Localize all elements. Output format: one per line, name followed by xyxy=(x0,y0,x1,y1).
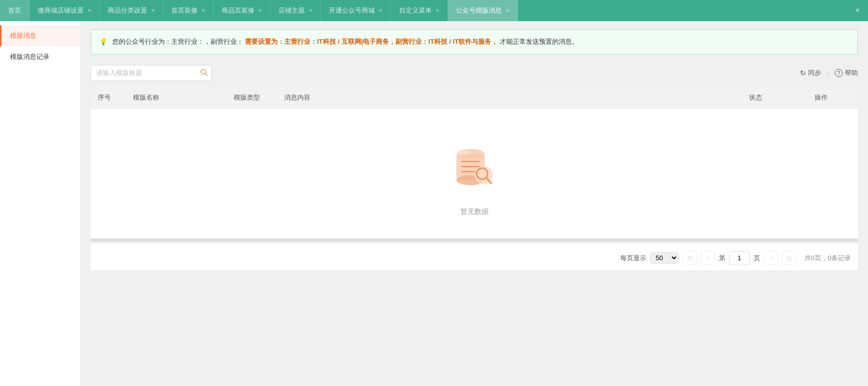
empty-illustration xyxy=(444,139,505,199)
notice-icon: 💡 xyxy=(99,38,107,45)
notice-box: 💡 您的公众号行业为：主营行业：，副营行业： 需要设置为：主营行业：IT科技 /… xyxy=(91,29,858,55)
tab-category-settings-label: 商品分类设置 xyxy=(108,6,147,15)
table-wrapper: 序号 模版名称 模版类型 消息内容 状态 操作 xyxy=(91,87,858,270)
search-bar: ↻ 同步 | ? 帮助 xyxy=(91,65,858,81)
empty-text: 暂无数据 xyxy=(91,207,858,216)
sync-icon: ↻ xyxy=(800,69,806,77)
sync-label: 同步 xyxy=(808,68,821,78)
tab-shop-settings-label: 微商城店铺设置 xyxy=(38,6,84,15)
empty-state: 暂无数据 xyxy=(91,109,858,237)
toolbar-divider: | xyxy=(827,69,829,76)
tab-open-mall[interactable]: 开通公众号商城 × xyxy=(321,0,391,21)
svg-line-1 xyxy=(205,73,207,75)
sidebar-item-template-msg-records[interactable]: 模版消息记录 xyxy=(0,46,80,67)
col-header-action: 操作 xyxy=(808,87,858,109)
page-label: 第 xyxy=(719,254,725,263)
tab-custom-menu[interactable]: 自定义菜单 × xyxy=(391,0,448,21)
tab-product-decor[interactable]: 商品页装修 × xyxy=(214,0,271,21)
total-info: 共0页，0条记录 xyxy=(805,254,851,263)
tab-bar-close-all[interactable]: × xyxy=(847,6,868,15)
sidebar-item-template-msg[interactable]: 模版消息 xyxy=(0,25,80,46)
tab-home-decor[interactable]: 首页装修 × xyxy=(163,0,214,21)
search-input[interactable] xyxy=(91,65,212,81)
sync-button[interactable]: ↻ 同步 xyxy=(800,68,821,78)
sidebar: 模版消息 模版消息记录 xyxy=(0,21,81,386)
tab-shop-theme[interactable]: 店铺主题 × xyxy=(271,0,321,21)
notice-prefix: 您的公众号行业为：主营行业：，副营行业： xyxy=(112,38,243,45)
tab-home-decor-label: 首页装修 xyxy=(171,6,197,15)
tab-shop-settings[interactable]: 微商城店铺设置 × xyxy=(30,0,100,21)
tab-open-mall-label: 开通公众号商城 xyxy=(329,6,375,15)
col-header-name: 模版名称 xyxy=(126,87,227,109)
help-label: 帮助 xyxy=(845,68,858,78)
col-header-type: 模版类型 xyxy=(227,87,277,109)
help-button[interactable]: ? 帮助 xyxy=(835,68,858,78)
tab-home-decor-close[interactable]: × xyxy=(202,7,205,14)
page-number-input[interactable] xyxy=(729,251,750,265)
tab-product-decor-close[interactable]: × xyxy=(258,7,262,14)
next-page-button[interactable]: ＞ xyxy=(764,251,778,265)
tab-shop-theme-close[interactable]: × xyxy=(309,7,312,14)
tab-custom-menu-close[interactable]: × xyxy=(436,7,439,14)
horizontal-scrollbar[interactable] xyxy=(91,239,858,244)
pagination: 每页显示 50 10 20 100 ⟨⟨ ＜ 第 页 ＞ ⟩⟩ 共0页，0条记录 xyxy=(91,246,858,270)
tab-template-msg-close[interactable]: × xyxy=(506,7,509,14)
tab-bar: 首页 微商城店铺设置 × 商品分类设置 × 首页装修 × 商品页装修 × 店铺主… xyxy=(0,0,868,21)
main-layout: 模版消息 模版消息记录 💡 您的公众号行业为：主营行业：，副营行业： 需要设置为… xyxy=(0,21,868,386)
tab-shop-settings-close[interactable]: × xyxy=(88,7,91,14)
search-button[interactable] xyxy=(200,68,208,78)
prev-page-button[interactable]: ＜ xyxy=(701,251,715,265)
first-page-button[interactable]: ⟨⟨ xyxy=(683,251,697,265)
notice-suffix: 才能正常发送预置的消息。 xyxy=(500,38,578,45)
col-header-index: 序号 xyxy=(91,87,126,109)
toolbar-right: ↻ 同步 | ? 帮助 xyxy=(800,68,858,78)
search-input-wrap xyxy=(91,65,212,81)
tab-home-label: 首页 xyxy=(8,6,21,15)
notice-highlight: 需要设置为：主营行业：IT科技 / 互联网|电子商务，副营行业：IT科技 / I… xyxy=(245,38,498,45)
tab-product-decor-label: 商品页装修 xyxy=(222,6,254,15)
tab-custom-menu-label: 自定义菜单 xyxy=(399,6,432,15)
help-icon: ? xyxy=(835,69,843,77)
tab-template-msg[interactable]: 公众号模版消息 × xyxy=(448,0,518,21)
scrollbar-track xyxy=(91,239,858,242)
empty-row: 暂无数据 xyxy=(91,108,858,237)
table-header-row: 序号 模版名称 模版类型 消息内容 状态 操作 xyxy=(91,87,858,109)
data-table: 序号 模版名称 模版类型 消息内容 状态 操作 xyxy=(91,87,858,237)
col-header-content: 消息内容 xyxy=(277,87,742,109)
content-area: 💡 您的公众号行业为：主营行业：，副营行业： 需要设置为：主营行业：IT科技 /… xyxy=(81,21,868,386)
tab-shop-theme-label: 店铺主题 xyxy=(279,6,305,15)
page-unit: 页 xyxy=(754,254,760,263)
tab-category-settings-close[interactable]: × xyxy=(151,7,155,14)
page-size-select[interactable]: 50 10 20 100 xyxy=(650,252,679,264)
tab-open-mall-close[interactable]: × xyxy=(379,7,382,14)
col-header-status: 状态 xyxy=(742,87,808,109)
tab-home[interactable]: 首页 xyxy=(0,0,30,21)
page-size-label: 每页显示 xyxy=(620,254,646,263)
tab-template-msg-label: 公众号模版消息 xyxy=(456,6,502,15)
tab-category-settings[interactable]: 商品分类设置 × xyxy=(100,0,163,21)
last-page-button[interactable]: ⟩⟩ xyxy=(782,251,796,265)
